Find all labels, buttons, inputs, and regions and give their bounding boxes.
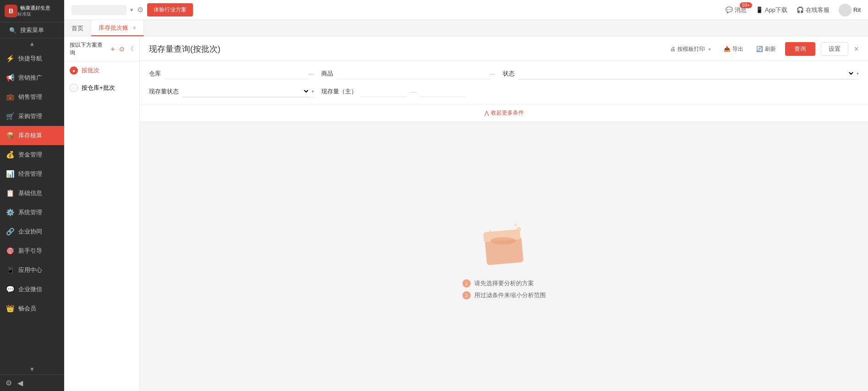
scheme-active-indicator: ● xyxy=(70,66,78,75)
page-actions: 🖨 按模板打印 ▾ 📤 导出 🔄 刷新 查询 设 xyxy=(666,42,859,56)
sidebar-item-apps[interactable]: 📱 应用中心 xyxy=(0,261,64,280)
close-panel-btn[interactable]: × xyxy=(854,44,859,54)
system-icon: ⚙️ xyxy=(5,208,15,217)
scheme-item-batch[interactable]: ● 按批次 xyxy=(64,62,139,79)
sidebar-company-info: 畅康通好生意 标准版 xyxy=(17,5,50,17)
inventory-qty-max[interactable] xyxy=(420,86,466,97)
sidebar-logo: B xyxy=(5,5,17,17)
inventory-qty-label: 现存量（主） xyxy=(321,87,357,96)
empty-step-1: 1 请先选择要分析的方案 xyxy=(462,279,534,288)
customer-service-label: 在线客服 xyxy=(806,6,830,14)
step-2-text: 用过滤条件来缩小分析范围 xyxy=(474,291,546,299)
marketing-icon: 📢 xyxy=(5,73,15,82)
messages-btn[interactable]: 💬 消息 99+ xyxy=(725,6,747,14)
scroll-down-btn[interactable]: ▼ xyxy=(0,364,64,375)
sidebar-header: B 畅康通好生意 标准版 xyxy=(0,0,64,22)
scroll-up-btn[interactable]: ▲ xyxy=(0,38,64,49)
topbar-dropdown-icon[interactable]: ▾ xyxy=(130,6,133,13)
print-label: 按模板打印 xyxy=(677,45,705,53)
app-download-btn[interactable]: 📱 App下载 xyxy=(756,6,787,14)
user-avatar xyxy=(839,4,852,16)
topbar: ▾ ⚙ 体验行业方案 💬 消息 99+ 📱 App下载 🎧 在线客服 Rit xyxy=(64,0,868,20)
tab-close-btn[interactable]: × xyxy=(133,25,136,31)
topbar-settings-icon[interactable]: ⚙ xyxy=(137,5,143,14)
sidebar-item-label: 畅会员 xyxy=(18,304,36,313)
collapse-filter-row: ⋀ 收起更多条件 xyxy=(140,104,868,122)
empty-illustration xyxy=(477,213,532,268)
customer-service-btn[interactable]: 🎧 在线客服 xyxy=(797,6,830,14)
warehouse-input[interactable] xyxy=(165,68,308,79)
scheme-batch-label: 按批次 xyxy=(82,66,99,75)
goods-more-btn[interactable]: ··· xyxy=(490,70,495,77)
warehouse-field: 仓库 ··· xyxy=(149,68,314,79)
inventory-status-field: 现存量状态 有库存 无库存 ▾ xyxy=(149,85,314,98)
sidebar-item-system[interactable]: ⚙️ 系统管理 xyxy=(0,203,64,222)
scheme-settings-btn[interactable]: ⊙ xyxy=(119,45,125,53)
status-label: 状态 xyxy=(503,70,515,78)
sidebar-search-item[interactable]: 🔍 搜索菜单 xyxy=(0,22,64,38)
phone-icon: 📱 xyxy=(756,6,763,13)
scheme-inactive-indicator: ○ xyxy=(70,84,78,92)
sidebar-item-marketing[interactable]: 📢 营销推广 xyxy=(0,68,64,87)
sidebar-item-label: 企业协同 xyxy=(18,228,42,236)
warehouse-more-btn[interactable]: ··· xyxy=(308,70,314,77)
sidebar-item-wechat[interactable]: 💬 企业微信 xyxy=(0,280,64,299)
breadcrumb-search[interactable] xyxy=(71,5,126,15)
sidebar-item-purchase[interactable]: 🛒 采购管理 xyxy=(0,107,64,126)
page-header: 现存量查询(按批次) 🖨 按模板打印 ▾ 📤 导出 🔄 xyxy=(140,37,868,61)
empty-steps: 1 请先选择要分析的方案 2 用过滤条件来缩小分析范围 xyxy=(462,279,546,299)
page-title-row: 现存量查询(按批次) 🖨 按模板打印 ▾ 📤 导出 🔄 xyxy=(149,42,859,56)
experience-industry-btn[interactable]: 体验行业方案 xyxy=(147,3,193,16)
settings-btn[interactable]: 设置 xyxy=(821,42,848,56)
topbar-left: ▾ ⚙ 体验行业方案 xyxy=(71,3,725,16)
purchase-icon: 🛒 xyxy=(5,112,15,121)
step-2-num: 2 xyxy=(462,291,471,299)
sidebar-item-finance[interactable]: 💰 资金管理 xyxy=(0,145,64,164)
user-profile-btn[interactable]: Rit xyxy=(839,4,861,16)
sidebar-item-label: 基础信息 xyxy=(18,189,42,197)
operations-icon: 📊 xyxy=(5,169,15,179)
collapse-sidebar-icon[interactable]: ◀ xyxy=(17,379,23,387)
sidebar-item-enterprise[interactable]: 🔗 企业协同 xyxy=(0,222,64,241)
page-title: 现存量查询(按批次) xyxy=(149,43,220,54)
inventory-status-select[interactable]: 有库存 无库存 xyxy=(182,85,310,97)
sidebar-item-inventory[interactable]: 📦 库存核算 xyxy=(0,126,64,145)
goods-input[interactable] xyxy=(337,68,490,79)
collapse-more-conditions-btn[interactable]: ⋀ 收起更多条件 xyxy=(481,107,527,119)
sidebar-item-label: 系统管理 xyxy=(18,208,42,217)
sidebar-item-sales[interactable]: 💼 销售管理 xyxy=(0,87,64,107)
home-tab-label: 首页 xyxy=(71,24,83,33)
status-field: 状态 正常 停用 ▾ xyxy=(503,67,859,80)
print-btn[interactable]: 🖨 按模板打印 ▾ xyxy=(666,43,714,55)
status-select[interactable]: 正常 停用 xyxy=(518,67,855,79)
goods-label: 商品 xyxy=(321,70,333,78)
add-scheme-btn[interactable]: ＋ xyxy=(109,44,116,54)
sidebar-item-label: 应用中心 xyxy=(18,266,42,274)
refresh-label: 刷新 xyxy=(765,45,776,53)
refresh-btn[interactable]: 🔄 刷新 xyxy=(753,43,780,55)
sidebar-item-label: 新手引导 xyxy=(18,247,42,255)
scheme-item-warehouse-batch[interactable]: ○ 按仓库+批次 xyxy=(64,79,139,97)
filter-row-2: 现存量状态 有库存 无库存 ▾ 现存量（主） xyxy=(149,85,859,98)
settings-icon[interactable]: ⚙ xyxy=(5,379,12,387)
tab-inventory-batch[interactable]: 库存批次账 × xyxy=(91,20,144,36)
sidebar-item-quick-nav[interactable]: ⚡ 快捷导航 xyxy=(0,49,64,68)
collapse-panel-btn[interactable]: 《 xyxy=(127,45,134,53)
app-download-label: App下载 xyxy=(765,6,787,14)
inventory-qty-min[interactable] xyxy=(361,86,407,97)
query-btn[interactable]: 查询 xyxy=(785,42,815,56)
basic-icon: 📋 xyxy=(5,189,15,198)
sidebar-item-member[interactable]: 👑 畅会员 xyxy=(0,299,64,318)
inventory-qty-wrapper: — xyxy=(361,86,495,97)
sidebar-item-newbie[interactable]: 🎯 新手引导 xyxy=(0,241,64,261)
tab-home[interactable]: 首页 xyxy=(64,20,91,36)
print-dropdown-arrow[interactable]: ▾ xyxy=(709,47,711,52)
sidebar-item-basic[interactable]: 📋 基础信息 xyxy=(0,184,64,203)
svg-point-3 xyxy=(516,227,521,232)
export-btn[interactable]: 📤 导出 xyxy=(720,43,747,55)
tab-bar: 首页 库存批次账 × xyxy=(64,20,868,37)
svg-point-5 xyxy=(514,223,517,226)
content-area: 按以下方案查询 ＋ ⊙ 《 ● 按批次 ○ 按仓库+批次 现存量查询(按批次) xyxy=(64,37,868,391)
export-label: 导出 xyxy=(732,45,743,53)
sidebar-item-operations[interactable]: 📊 经营管理 xyxy=(0,164,64,184)
